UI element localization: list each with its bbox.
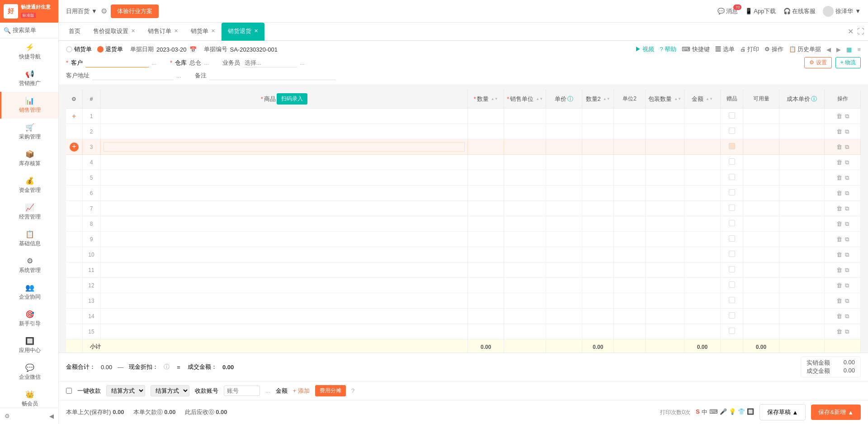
copy-icon[interactable]: ⧉ [845,174,849,181]
tool3-icon[interactable]: 🎤 [720,408,727,416]
delete-icon[interactable]: 🗑 [836,159,842,166]
copy-icon[interactable]: ⧉ [845,190,849,197]
delete-icon[interactable]: 🗑 [836,328,842,335]
td-qty2[interactable] [582,124,614,139]
staff-more-icon[interactable]: ... [300,59,305,66]
td-amount[interactable] [684,124,721,139]
th-settings[interactable]: ⚙ [66,90,82,109]
experience-btn[interactable]: 体验行业方案 [111,5,159,18]
sidebar-item-quick-nav[interactable]: ⚡ 快捷导航 [0,38,58,65]
sidebar-item-system[interactable]: ⚙ 系统管理 [0,252,58,279]
calc-method-select[interactable]: 结算方式 [151,385,189,396]
customer-more-icon[interactable]: ... [151,59,156,66]
delete-icon[interactable]: 🗑 [836,143,842,151]
history-btn[interactable]: 📋 历史单据 [789,45,821,53]
sidebar-item-newbie[interactable]: 🎯 新手引导 [0,305,58,332]
td-add[interactable]: + [66,109,82,124]
gift-checkbox[interactable] [729,297,735,303]
staff-input[interactable] [243,58,297,67]
td-gift[interactable] [721,124,743,139]
settings-btn[interactable]: ⚙ 设置 [804,57,831,68]
sidebar-item-sales[interactable]: 📊 销售管理 [0,92,58,119]
product-input-active[interactable] [104,142,465,152]
gift-checkbox[interactable] [729,205,735,211]
tab-sales-return[interactable]: 销货退货 ✕ [222,23,264,41]
delete-icon[interactable]: 🗑 [836,297,842,305]
delete-icon[interactable]: 🗑 [836,190,842,197]
td-available[interactable] [743,124,779,139]
td-unit2[interactable] [614,139,646,155]
tab-close-icon[interactable]: ✕ [174,28,178,34]
tab-home[interactable]: 首页 [62,23,87,41]
td-unit2[interactable] [614,109,646,124]
delete-icon[interactable]: 🗑 [836,313,842,320]
td-available[interactable] [743,139,779,155]
save-new-btn[interactable]: 保存&新增 ▲ [811,405,861,420]
td-cost-price[interactable] [779,109,825,124]
delete-icon[interactable]: 🗑 [836,267,842,274]
search-menu[interactable]: 🔍 搜索菜单 [0,23,58,38]
next-record-icon[interactable]: ▶ [836,46,841,53]
maximize-icon[interactable]: ⛶ [857,28,864,36]
copy-icon[interactable]: ⧉ [845,297,849,305]
td-product[interactable] [100,124,468,139]
td-available[interactable] [743,109,779,124]
collapse-icon[interactable]: ◀ [49,413,54,419]
video-btn[interactable]: ▶ 视频 [635,45,655,53]
customer-input[interactable] [85,58,149,67]
address-more-icon[interactable]: ... [176,72,181,79]
sidebar-item-finance[interactable]: 💰 资金管理 [0,172,58,199]
delete-icon[interactable]: 🗑 [836,220,842,228]
td-gift[interactable] [721,109,743,124]
td-amount[interactable] [684,109,721,124]
gift-checkbox[interactable] [729,266,735,272]
gift-checkbox[interactable] [729,251,735,257]
tool4-icon[interactable]: 💡 [729,408,736,416]
gift-checkbox[interactable] [729,112,735,119]
td-pkg-qty[interactable] [646,124,684,139]
sidebar-item-member[interactable]: 👑 畅会员 [0,386,58,408]
grid-view-icon[interactable]: ▦ [846,46,852,53]
select-btn[interactable]: ☰ 选单 [715,45,735,53]
gift-checkbox[interactable] [729,128,735,134]
copy-icon[interactable]: ⧉ [845,328,849,335]
delete-icon[interactable]: 🗑 [836,174,842,181]
td-price[interactable] [546,109,582,124]
copy-icon[interactable]: ⧉ [845,267,849,274]
print-btn[interactable]: 🖨 打印 [740,45,760,53]
sidebar-item-enterprise[interactable]: 👥 企业协同 [0,279,58,305]
gift-checkbox[interactable] [729,143,735,149]
industry-select[interactable]: 日用百货 ▼ [66,7,97,15]
copy-icon[interactable]: ⧉ [845,205,849,212]
operation-btn[interactable]: ⚙ 操作 [764,45,783,53]
gift-checkbox[interactable] [729,235,735,242]
prev-record-icon[interactable]: ◀ [826,46,831,53]
td-gift[interactable] [721,139,743,155]
gift-checkbox[interactable] [729,158,735,165]
delete-icon[interactable]: 🗑 [836,113,842,120]
td-product[interactable] [100,109,468,124]
td-add[interactable]: + [66,139,82,155]
td-cost-price[interactable] [779,124,825,139]
delete-icon[interactable]: 🗑 [836,251,842,258]
delete-icon[interactable]: 🗑 [836,282,842,289]
tool2-icon[interactable]: ⌨ [709,408,718,416]
help-circle-icon[interactable]: ⓘ [164,363,170,371]
topbar-settings-icon[interactable]: ⚙ [101,7,107,15]
user-menu[interactable]: 徐泽华 ▼ [823,6,861,17]
tab-close-icon[interactable]: ✕ [131,28,135,34]
copy-icon[interactable]: ⧉ [845,143,849,151]
td-price[interactable] [546,139,582,155]
logistics-btn[interactable]: + 物流 [835,57,861,68]
td-qty[interactable] [468,124,504,139]
copy-icon[interactable]: ⧉ [845,282,849,289]
copy-icon[interactable]: ⧉ [845,220,849,228]
gift-checkbox[interactable] [729,220,735,226]
td-unit[interactable] [504,139,546,155]
copy-icon[interactable]: ⧉ [845,251,849,258]
app-download-btn[interactable]: 📱 App下载 [745,7,776,15]
account-input[interactable] [224,386,260,396]
td-cost-price[interactable] [779,139,825,155]
sidebar-item-basic-info[interactable]: 📋 基础信息 [0,225,58,252]
help-btn[interactable]: ? 帮助 [660,45,676,53]
